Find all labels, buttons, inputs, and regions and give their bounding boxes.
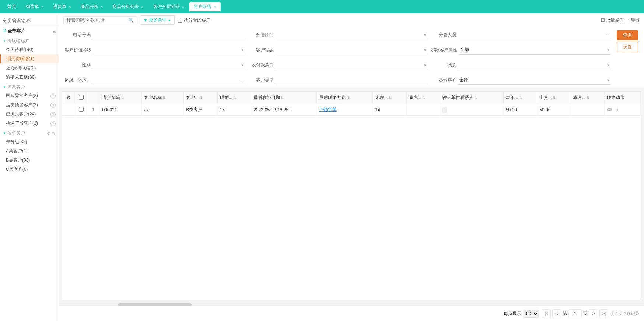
row-checkbox[interactable] [79,107,84,112]
dept-input[interactable]: ∨ [275,30,428,39]
cust-value-level-input[interactable]: ∨ [93,45,245,54]
refresh-icon[interactable]: ↻ [47,131,50,136]
table-header-row: ⚙ 客户编码⇅ 客户名称⇅ 客户...⇅ 联络...⇅ [62,92,641,104]
search-box[interactable]: 🔍 [63,16,137,24]
th-overdue[interactable]: 逾期...⇅ [406,92,440,104]
sidebar-continue-down[interactable]: 持续下滑客户(2) ? [0,119,59,128]
sidebar-repurchase-abnormal[interactable]: 回购异常客户(2) ? [0,91,59,100]
close-product-analysis-list-icon[interactable]: × [141,4,143,9]
contact-action-phone-icon[interactable]: ☎ [607,107,612,113]
nav-customer-contact[interactable]: 客户联络 × [189,2,220,11]
td-name[interactable]: Ea [142,104,184,116]
area-input[interactable]: ··· [93,76,245,84]
sidebar-class-c[interactable]: C类客户(6) [0,165,59,174]
th-contact[interactable]: 联络...⇅ [217,92,251,104]
prev-page-button[interactable]: < [552,309,561,318]
sidebar-week-contact[interactable]: 近7天待联络(0) [0,63,59,73]
my-customers-checkbox-label[interactable]: 我分管的客户 [178,17,210,23]
cust-value-level-label: 客户价值等级 [65,47,91,53]
status-caret: ∨ [607,63,609,67]
th-last-contact-method[interactable]: 最后联络方式⇅ [317,92,373,104]
edit-icon[interactable]: ✎ [52,131,56,136]
first-page-button[interactable]: |< [542,309,551,318]
collapse-icon[interactable]: « [53,28,56,34]
filter-bar: 🔍 ▼ 更多条件 ▲ 我分管的客户 ☑ 批量操作 ↑ 导出 [59,13,644,27]
all-customers-title[interactable]: ⠿ 全部客户 « [0,27,59,36]
filter-actions: 查询 设置 [617,30,638,85]
close-sales-order-icon[interactable]: × [41,4,43,9]
th-last-contact-date[interactable]: 最后联络日期⇅ [251,92,317,104]
waiting-contact-group: ▼ 待联络客户 [0,36,59,45]
close-purchase-order-icon[interactable]: × [69,4,71,9]
set-button[interactable]: 设置 [617,42,638,52]
th-last-month[interactable]: 上月...⇅ [537,92,571,104]
bulk-action-link[interactable]: ☑ 批量操作 [601,17,624,23]
sidebar-already-lost[interactable]: 已流失客户(24) ? [0,110,59,119]
phone-input[interactable] [92,30,245,39]
help-icon-2: ? [50,103,56,108]
page-size-select[interactable]: 50 [523,310,539,318]
search-icon[interactable]: 🔍 [128,18,134,23]
retail-attr-input[interactable]: 全部 ∨ [459,45,611,55]
sidebar-tomorrow-contact[interactable]: 明天待联络(1) [0,54,59,63]
sidebar-today-contact[interactable]: 今天待联络(0) [0,45,59,54]
main-layout: 🔍 ⠿ 全部客户 « ▼ 待联络客户 今天待联络(0) 明天待联络(1) 近7天… [0,13,644,321]
contact-action-grid-icon[interactable]: ⠿ [615,107,619,113]
more-filter-button[interactable]: ▼ 更多条件 ▲ [140,15,175,25]
th-unit-contact[interactable]: 往来单位联系人⇅ [440,92,504,104]
sidebar-overdue-contact[interactable]: 逾期未联络(30) [0,73,59,82]
nav-sales-order[interactable]: 销货单 × [21,2,48,11]
close-product-analysis-icon[interactable]: × [101,4,103,9]
retail-attr-field: 零散客户属性 全部 ∨ [431,45,611,55]
select-all-checkbox[interactable] [79,95,84,100]
nav-product-analysis[interactable]: 商品分析 × [76,2,107,11]
person-input[interactable]: ··· [458,30,611,39]
close-customer-tier-icon[interactable]: × [182,4,184,9]
td-this-year: 50.00 [503,104,537,116]
last-page-button[interactable]: >| [599,309,608,318]
search-input[interactable] [67,18,128,23]
my-customers-checkbox[interactable] [178,18,182,23]
th-not-contact[interactable]: 未联...⇅ [373,92,406,104]
sidebar-lost-warning[interactable]: 流失预警客户(3) ? [0,100,59,110]
next-page-button[interactable]: > [589,309,598,318]
th-name[interactable]: 客户名称⇅ [142,92,184,104]
th-this-month[interactable]: 本月...⇅ [571,92,604,104]
nav-purchase-order[interactable]: 进货单 × [49,2,75,11]
nav-customer-tier[interactable]: 客户分层经营 × [149,2,189,11]
total-text: 共1页 1条记录 [611,311,640,317]
query-button[interactable]: 查询 [617,30,638,40]
sidebar-class-b[interactable]: B类客户(33) [0,156,59,165]
th-settings[interactable]: ⚙ [62,92,76,104]
cust-level-caret: ∨ [424,48,426,52]
status-input[interactable]: ∨ [458,61,611,69]
retail-cust-input[interactable]: 全部 ∨ [458,75,611,85]
td-last-contact-date: 2023-05-23 18:25: [251,104,317,116]
checkbox-icon: ☑ [601,18,605,23]
sidebar-class-a[interactable]: A类客户(1) [0,146,59,156]
nav-home[interactable]: 首页 [3,2,21,11]
cust-level-input[interactable]: ∨ [275,45,428,54]
td-last-contact-method[interactable]: 下销货单 [317,104,373,116]
page-number-input[interactable] [568,309,582,318]
th-type[interactable]: 客户...⇅ [184,92,217,104]
sidebar-search-box[interactable]: 🔍 [0,16,59,25]
sidebar-search-input[interactable] [3,18,58,23]
sort-icon-type: ⇅ [199,96,202,100]
last-contact-method-link[interactable]: 下销货单 [319,107,337,112]
th-this-year[interactable]: 本年...⇅ [503,92,537,104]
gender-input[interactable]: ∨ [92,61,245,69]
export-link[interactable]: ↑ 导出 [627,17,640,23]
triangle-icon: ▼ [3,39,6,43]
td-checkbox[interactable] [76,104,87,116]
close-customer-contact-icon[interactable]: × [214,4,216,9]
horizontal-scrollbar[interactable] [59,303,644,306]
nav-product-analysis-list[interactable]: 商品分析列表 × [108,2,148,11]
sidebar-ungrouped[interactable]: 未分组(32) [0,137,59,146]
th-code[interactable]: 客户编码⇅ [100,92,142,104]
retail-cust-label: 零散客户 [431,77,456,83]
payment-input[interactable]: ∨ [275,61,428,69]
cust-type-label: 客户类型 [248,77,274,83]
cust-type-input[interactable] [275,76,428,84]
th-checkbox[interactable] [76,92,87,104]
